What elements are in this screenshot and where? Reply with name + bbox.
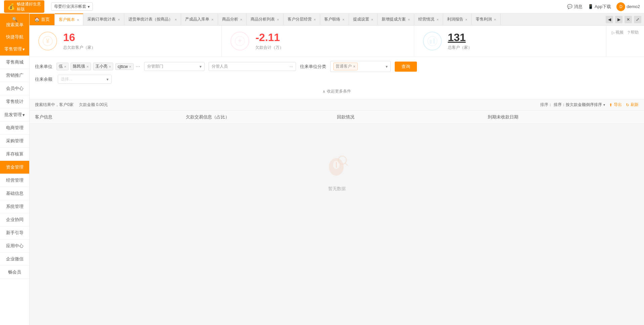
tab-improve-settings[interactable]: 提成设置 × [349, 14, 378, 25]
filter-tag-chen-close[interactable]: × [86, 65, 88, 69]
tab-close-customer-balance[interactable]: × [77, 18, 79, 22]
tab-close-segment[interactable]: × [314, 17, 316, 22]
tab-customer-contact[interactable]: 客户联络 × [320, 14, 349, 25]
tab-close-improve[interactable]: × [371, 17, 373, 22]
tab-purchase-order[interactable]: 采购订单统计表 × [83, 14, 124, 25]
sidebar-item-operations[interactable]: 经营管理 [0, 174, 29, 187]
svg-text:¥: ¥ [46, 38, 49, 44]
sidebar-item-member[interactable]: 会员中心 [0, 82, 29, 95]
sidebar-item-collab[interactable]: 企业协同 [0, 213, 29, 226]
sidebar-item-wholesale[interactable]: 批发管理 ▾ [0, 108, 29, 121]
app-label: App下载 [595, 4, 611, 10]
tab-close-goods-list[interactable]: × [277, 17, 279, 22]
tab-close-purchase[interactable]: × [118, 17, 120, 22]
tab-prev-btn[interactable]: ◀ [606, 16, 613, 23]
sidebar-item-wechat[interactable]: 企业微信 [0, 253, 29, 266]
stat-value-customers: 16 [63, 32, 95, 43]
collapse-label: 收起更多条件 [327, 88, 351, 94]
svg-text:+: + [238, 37, 242, 44]
tab-new-improve-label: 新增提成方案 [382, 16, 406, 22]
branch-person-select[interactable]: 分管人员 ··· [209, 62, 296, 71]
tab-close-cost[interactable]: × [211, 17, 213, 22]
sidebar-item-purchase[interactable]: 采购管理 [0, 135, 29, 148]
stat-body-customers: 16 总欠款客户（家） [63, 32, 95, 50]
tab-close-goods[interactable]: × [240, 17, 242, 22]
tab-ops-status[interactable]: 经营情况 × [414, 14, 443, 25]
empty-icon [324, 151, 350, 183]
balance-chevron: ▾ [106, 77, 109, 82]
query-btn[interactable]: 查询 [395, 62, 417, 72]
filter-tag-wang-close[interactable]: × [109, 65, 111, 69]
collapse-btn[interactable]: ∧ 收起更多条件 [35, 86, 639, 95]
tab-retail-profit[interactable]: 零售利润 × [472, 14, 500, 25]
tab-next-btn[interactable]: ▶ [615, 16, 622, 23]
results-bar: 搜索结果中，客户0家 欠款金额 0.00元 排序： 排序：按欠款金额倒序排序 ▾… [30, 99, 644, 111]
app-download-btn[interactable]: 📱 App下载 [588, 4, 611, 10]
tab-import-stats[interactable]: 进货单统计表（按商品） × [124, 14, 181, 25]
sidebar-item-marketing[interactable]: 营销推广 [0, 69, 29, 82]
tab-customer-segment[interactable]: 客户分层经营 × [284, 14, 320, 25]
export-label: 导出 [614, 102, 622, 108]
logo-title: 畅捷通好生意 [17, 2, 41, 6]
demo-select[interactable]: 母婴行业演示帐套 ▾ [51, 2, 93, 11]
sidebar-search-label: 搜索菜单 [0, 22, 29, 28]
help-icon: ? [628, 30, 630, 35]
sidebar-quick-nav[interactable]: 快捷导航 [0, 31, 29, 43]
building-circle-icon [423, 32, 442, 50]
sidebar-item-retail-stats[interactable]: 零售统计 [0, 95, 29, 108]
video-btn[interactable]: ▷ 视频 [612, 30, 624, 35]
sidebar-label-wholesale: 批发管理 [4, 112, 22, 118]
unit-category-tag-close[interactable]: × [353, 64, 355, 69]
sidebar-item-finance[interactable]: 资金管理 [0, 161, 29, 174]
filter-tag-wu-close[interactable]: × [64, 65, 66, 69]
tab-close-ops[interactable]: × [436, 17, 438, 22]
sidebar-item-inventory[interactable]: 库存核算 [0, 148, 29, 161]
balance-label: 往来余额 [35, 76, 52, 82]
sidebar-item-basics[interactable]: 基础信息 [0, 187, 29, 200]
balance-select[interactable]: 选择... ▾ [58, 75, 112, 84]
tab-profit-report[interactable]: 利润报告 × [443, 14, 472, 25]
tab-close-all-btn[interactable]: ✕ [625, 16, 632, 23]
top-right-area: 💬 消息 📱 App下载 D demo2 [567, 2, 640, 11]
results-info: 搜索结果中，客户0家 欠款金额 0.00元 [35, 102, 108, 108]
sidebar-item-retail-mgmt[interactable]: 零售管理 ▾ [0, 43, 29, 56]
unit-category-select[interactable]: 普通客户 × ▾ [330, 61, 391, 72]
tab-customer-balance[interactable]: 客户账本 × [55, 13, 83, 25]
sidebar-item-newbie[interactable]: 新手引导 [0, 226, 29, 240]
sidebar-search[interactable]: 🔍 搜索菜单 [0, 13, 29, 31]
tab-close-new-improve[interactable]: × [408, 17, 410, 22]
tab-goods-analysis[interactable]: 商品分析 × [218, 14, 247, 25]
sidebar-label-ecommerce: 电商管理 [6, 125, 24, 130]
tab-goods-list[interactable]: 商品分析列表 × [247, 14, 283, 25]
help-btn[interactable]: ? 帮助 [628, 30, 639, 35]
filter-tag-chen: 陈民强 × [71, 63, 91, 70]
tab-close-retail[interactable]: × [494, 17, 496, 22]
sort-select[interactable]: 排序： 排序：按欠款金额倒序排序 ▾ [540, 102, 605, 108]
tab-customer-segment-label: 客户分层经营 [288, 16, 312, 22]
user-avatar-area[interactable]: D demo2 [616, 2, 640, 11]
tab-bar: 🏠 首页 客户账本 × 采购订单统计表 × 进货单统计表（按商品） × 产成品入… [30, 13, 644, 26]
message-btn[interactable]: 💬 消息 [567, 4, 583, 10]
video-label: 视频 [615, 30, 624, 35]
tab-new-improve[interactable]: 新增提成方案 × [378, 14, 414, 25]
chevron-down-icon-wholesale: ▾ [23, 112, 25, 117]
tab-home[interactable]: 🏠 首页 [30, 14, 55, 25]
tab-fullscreen-btn[interactable]: ⤢ [634, 16, 641, 23]
refresh-btn[interactable]: ↻ 刷新 [626, 102, 639, 108]
sidebar-item-apps[interactable]: 应用中心 [0, 240, 29, 253]
filter-more-btn[interactable]: ··· [136, 64, 140, 70]
filter-tag-cjttcw-close[interactable]: × [129, 65, 131, 69]
export-btn[interactable]: ⬆ 导出 [609, 102, 622, 108]
tab-close-contact[interactable]: × [342, 17, 344, 22]
tab-close-profit[interactable]: × [465, 17, 467, 22]
sidebar-item-retail-mall[interactable]: 零售商城 [0, 56, 29, 69]
sidebar: 🔍 搜索菜单 快捷导航 零售管理 ▾ 零售商城 营销推广 会员中心 零售统计 批… [0, 13, 30, 325]
sidebar-item-vip[interactable]: 畅会员 [0, 266, 29, 279]
tab-cost-instock[interactable]: 产成品入库单 × [181, 14, 218, 25]
sidebar-label-retail-stats: 零售统计 [6, 99, 24, 104]
branch-dept-select[interactable]: 分管部门 ▾ [144, 62, 205, 71]
sidebar-item-ecommerce[interactable]: 电商管理 [0, 121, 29, 135]
sidebar-item-system[interactable]: 系统管理 [0, 200, 29, 213]
tab-close-import[interactable]: × [175, 17, 177, 22]
unit-category-label: 往来单位分类 [300, 64, 326, 70]
